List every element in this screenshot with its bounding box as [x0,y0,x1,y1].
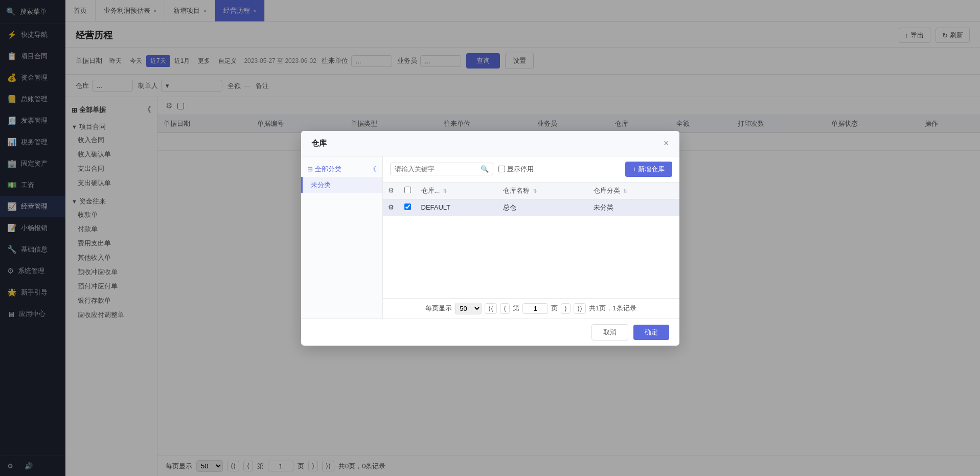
dialog-right-panel: 🔍 显示停用 + 新增仓库 ⚙ [383,156,679,319]
warehouse-table-row[interactable]: ⚙ DEFAULT 总仓 未分类 [383,199,679,216]
row-check[interactable] [399,199,416,216]
row-code: DEFAULT [416,199,498,216]
dialog-first-btn[interactable]: ⟨⟨ [485,303,497,314]
dialog-body: ⊞ 全部分类 《 未分类 🔍 [301,156,679,319]
col-category[interactable]: 仓库分类 ⇅ [588,183,679,199]
col-category-sort-icon: ⇅ [623,188,627,194]
dialog-page-unit: 页 [551,304,558,313]
row-category: 未分类 [588,199,679,216]
dialog-search-box[interactable]: 🔍 [390,163,493,175]
dialog-show-disabled-checkbox[interactable] [498,166,505,172]
dialog-pagination: 每页显示 50 100 ⟨⟨ ⟨ 第 页 ⟩ ⟩⟩ 共1页，1条记录 [383,298,679,319]
dialog-left-all-label: 全部分类 [315,165,341,174]
col-code-sort-icon: ⇅ [443,188,447,194]
dialog-show-disabled-label[interactable]: 显示停用 [498,165,534,174]
warehouse-dialog: 仓库 × ⊞ 全部分类 《 未分类 [301,131,679,346]
dialog-close-button[interactable]: × [664,138,669,149]
row-settings: ⚙ [383,199,399,216]
dialog-header: 仓库 × [301,131,679,156]
col-name[interactable]: 仓库名称 ⇅ [498,183,588,199]
dialog-left-item-unclassified[interactable]: 未分类 [301,177,382,193]
dialog-page-input[interactable] [522,303,548,314]
warehouse-table: ⚙ 仓库... ⇅ 仓库名称 ⇅ [383,183,679,216]
dialog-left-header[interactable]: ⊞ 全部分类 《 [301,162,382,177]
confirm-button[interactable]: 确定 [633,325,669,340]
dialog-page-size-label: 每页显示 [425,304,452,313]
cancel-button[interactable]: 取消 [591,324,628,341]
col-name-label: 仓库名称 [503,187,530,194]
dialog-left-all-icon: ⊞ [307,165,313,173]
col-check [399,183,416,199]
dialog-overlay: 仓库 × ⊞ 全部分类 《 未分类 [0,0,980,476]
col-category-label: 仓库分类 [594,187,620,194]
col-name-sort-icon: ⇅ [533,188,537,194]
col-settings: ⚙ [383,183,399,199]
dialog-page-size-select[interactable]: 50 100 [455,303,482,314]
row-checkbox[interactable] [404,203,411,210]
col-code[interactable]: 仓库... ⇅ [416,183,498,199]
dialog-last-btn[interactable]: ⟩⟩ [574,303,586,314]
dialog-total: 共1页，1条记录 [589,304,636,313]
dialog-left-collapse-icon[interactable]: 《 [370,165,376,174]
dialog-title: 仓库 [311,139,327,148]
dialog-prev-btn[interactable]: ⟨ [500,303,510,314]
dialog-left-panel: ⊞ 全部分类 《 未分类 [301,156,383,319]
dialog-next-btn[interactable]: ⟩ [561,303,571,314]
col-code-label: 仓库... [421,187,440,194]
row-name: 总仓 [498,199,588,216]
dialog-search-icon: 🔍 [481,165,489,173]
dialog-search-input[interactable] [395,165,481,173]
dialog-left-item-unclassified-label: 未分类 [311,181,331,189]
dialog-show-disabled-text: 显示停用 [507,165,534,174]
dialog-right-toolbar: 🔍 显示停用 + 新增仓库 [383,156,679,183]
dialog-actions: 取消 确定 [301,319,679,346]
dialog-page-label: 第 [513,304,519,313]
dialog-table: ⚙ 仓库... ⇅ 仓库名称 ⇅ [383,183,679,298]
table-all-check[interactable] [404,187,411,193]
add-warehouse-button[interactable]: + 新增仓库 [625,162,672,177]
